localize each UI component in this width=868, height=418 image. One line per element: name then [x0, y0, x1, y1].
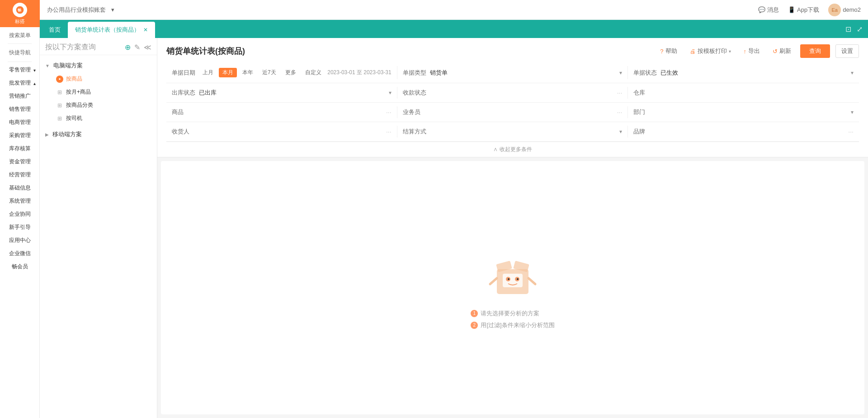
- sidebar-item-member[interactable]: 畅会员: [0, 260, 39, 273]
- brand-select[interactable]: [649, 128, 854, 135]
- refresh-button[interactable]: ↺ 刷新: [769, 45, 795, 57]
- user-menu[interactable]: Ea demo2: [828, 4, 861, 16]
- sidebar: 畅 标搭 搜索菜单 快捷导航 零售管理 ▾ 批发管理 ▴ 营销推广 销售管理 电…: [0, 0, 40, 418]
- sidebar-item-quick-nav[interactable]: 快捷导航: [0, 45, 39, 60]
- settings-button[interactable]: 设置: [835, 44, 859, 58]
- consignee-select[interactable]: [193, 128, 392, 135]
- date-tab-last-month[interactable]: 上月: [199, 68, 217, 77]
- date-picker: 上月 本月 本年 近7天 更多 自定义 2023-03-01 至 2023-03…: [199, 68, 392, 77]
- logo-icon: 畅: [13, 3, 27, 17]
- sidebar-item-purchase[interactable]: 采购管理: [0, 129, 39, 142]
- filter-receiptstatus-col: 收款状态: [397, 87, 628, 99]
- tree-node-by-product[interactable]: ● 按商品: [40, 72, 157, 86]
- left-panel-title: 按以下方案查询: [45, 43, 96, 52]
- filter-row-1: 单据日期 上月 本月 本年 近7天 更多 自定义 20: [166, 62, 859, 83]
- message-icon: 💬: [758, 6, 765, 13]
- product-label: 商品: [172, 108, 184, 116]
- collapse-panel-button[interactable]: ≪: [144, 43, 151, 52]
- app-download-button[interactable]: 📱 App下载: [788, 6, 819, 14]
- date-tab-custom[interactable]: 自定义: [302, 68, 325, 77]
- industry-dropdown[interactable]: ▾: [111, 6, 114, 13]
- grid-icon: ⊞: [56, 89, 63, 96]
- grid-icon: ⊞: [56, 102, 63, 109]
- chevron-down-icon: ▾: [389, 90, 392, 96]
- salesperson-select[interactable]: [424, 109, 623, 116]
- date-range-text: 2023-03-01 至 2023-03-31: [327, 69, 391, 76]
- industry-title: 办公用品行业模拟账套: [47, 6, 106, 14]
- sidebar-item-inventory[interactable]: 库存核算: [0, 142, 39, 155]
- date-tab-7days[interactable]: 近7天: [259, 68, 280, 77]
- sidebar-item-wholesale[interactable]: 批发管理 ▴: [0, 76, 39, 90]
- doctype-select[interactable]: 销货单 ▾: [430, 69, 623, 77]
- tab-sales-stats[interactable]: 销货单统计表（按商品） ✕: [68, 22, 155, 38]
- tree-node-by-month-product[interactable]: ⊞ 按月+商品: [40, 86, 157, 99]
- template-print-button[interactable]: 🖨 按模板打印 ▾: [686, 45, 735, 57]
- date-tab-more[interactable]: 更多: [282, 68, 300, 77]
- refresh-icon: ↺: [773, 48, 778, 55]
- receiptstatus-select[interactable]: [430, 89, 623, 96]
- svg-line-10: [490, 278, 497, 284]
- download-icon: 📱: [788, 6, 795, 13]
- sidebar-item-sales[interactable]: 销售管理: [0, 103, 39, 116]
- collapse-bar[interactable]: ∧ 收起更多条件: [166, 142, 859, 157]
- tree-node-mobile[interactable]: ▶ 移动端方案: [40, 128, 157, 141]
- outstatus-select[interactable]: 已出库 ▾: [199, 89, 392, 97]
- sidebar-item-search[interactable]: 搜索菜单: [0, 27, 39, 42]
- page-actions: ? 帮助 🖨 按模板打印 ▾ ↑ 导出 ↺: [656, 44, 859, 58]
- query-button[interactable]: 查询: [800, 44, 830, 58]
- chevron-down-icon: ▴: [33, 81, 36, 86]
- sidebar-item-enterprise-wechat[interactable]: 企业微信: [0, 247, 39, 260]
- sidebar-item-finance[interactable]: 资金管理: [0, 155, 39, 168]
- tip-item-2: 2 用[过滤]条件来缩小分析范围: [471, 319, 554, 331]
- tree-node-by-cashier[interactable]: ⊞ 按司机: [40, 112, 157, 125]
- sidebar-item-ecommerce[interactable]: 电商管理: [0, 116, 39, 129]
- docstatus-select[interactable]: 已生效 ▾: [660, 69, 854, 77]
- payment-label: 结算方式: [403, 128, 426, 136]
- filter-area: 单据日期 上月 本月 本年 近7天 更多 自定义 20: [166, 62, 859, 157]
- sidebar-item-app-center[interactable]: 应用中心: [0, 234, 39, 247]
- tab-home[interactable]: 首页: [42, 22, 68, 38]
- empty-state: 1 请先选择要分析的方案 2 用[过滤]条件来缩小分析范围: [161, 161, 864, 414]
- sidebar-item-new-guide[interactable]: 新手引导: [0, 221, 39, 234]
- tree-node-by-category[interactable]: ⊞ 按商品分类: [40, 99, 157, 112]
- svg-line-11: [528, 278, 535, 284]
- sidebar-item-marketing[interactable]: 营销推广: [0, 90, 39, 103]
- grid-icon: ⊞: [56, 115, 63, 122]
- add-scheme-button[interactable]: ⊕: [125, 43, 131, 52]
- brand-label: 品牌: [633, 128, 645, 136]
- app-logo[interactable]: 畅 标搭: [0, 0, 40, 27]
- logo-text: 标搭: [15, 18, 25, 25]
- sidebar-item-basic-info[interactable]: 基础信息: [0, 181, 39, 195]
- sidebar-item-system[interactable]: 系统管理: [0, 195, 39, 208]
- export-button[interactable]: ↑ 导出: [740, 45, 764, 57]
- minimize-icon[interactable]: ⊡: [845, 25, 851, 33]
- sidebar-item-operations[interactable]: 经营管理: [0, 168, 39, 181]
- docstatus-label: 单据状态: [633, 69, 657, 77]
- message-button[interactable]: 💬 消息: [758, 6, 779, 14]
- filter-row-3: 商品 业务员 部门: [166, 103, 859, 122]
- maximize-icon[interactable]: ⤢: [857, 25, 863, 33]
- dept-select[interactable]: ▾: [649, 109, 854, 115]
- empty-tips: 1 请先选择要分析的方案 2 用[过滤]条件来缩小分析范围: [471, 308, 554, 331]
- close-icon[interactable]: ✕: [143, 27, 148, 33]
- help-button[interactable]: ? 帮助: [656, 45, 680, 57]
- sidebar-item-enterprise-collab[interactable]: 企业协同: [0, 208, 39, 221]
- page-title: 销货单统计表(按商品): [166, 46, 245, 57]
- payment-select[interactable]: ▾: [430, 128, 623, 135]
- tip-num-2: 2: [471, 322, 478, 329]
- product-select[interactable]: [187, 109, 392, 116]
- print-icon: 🖨: [690, 48, 696, 55]
- page-header: 销货单统计表(按商品) ? 帮助 🖨 按模板打印 ▾ ↑: [157, 38, 868, 157]
- empty-illustration: [486, 244, 540, 299]
- sidebar-item-retail[interactable]: 零售管理 ▾: [0, 63, 39, 76]
- left-panel-header: 按以下方案查询 ⊕ ✎ ≪: [40, 38, 157, 55]
- date-tab-this-month[interactable]: 本月: [219, 68, 237, 77]
- edit-scheme-button[interactable]: ✎: [134, 43, 140, 52]
- tree-node-pc[interactable]: ▼ 电脑端方案: [40, 59, 157, 72]
- salesperson-label: 业务员: [403, 108, 420, 116]
- date-tab-this-year[interactable]: 本年: [239, 68, 257, 77]
- chevron-down-icon: ▾: [33, 67, 36, 72]
- chevron-down-icon: ▾: [729, 49, 731, 54]
- svg-point-9: [517, 278, 519, 280]
- date-tabs: 上月 本月 本年 近7天 更多 自定义: [199, 68, 325, 77]
